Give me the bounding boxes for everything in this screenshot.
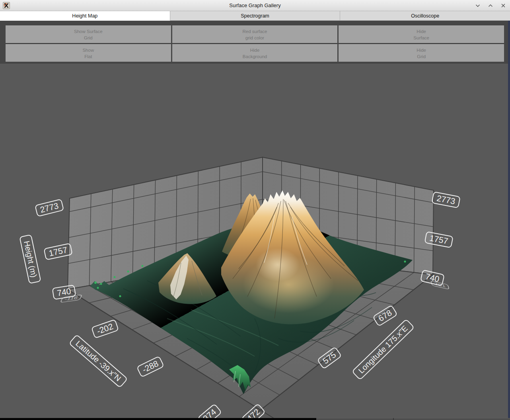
tab-spectrogram[interactable]: Spectrogram — [170, 11, 341, 21]
show-flat-button[interactable]: Show Flat — [6, 44, 171, 62]
surface-3d-viewport[interactable]: 2773 1757 -116 740 2773 1757 781 740 -20… — [0, 64, 508, 418]
desktop-edge-bottom-right — [316, 418, 510, 420]
hide-surface-button[interactable]: Hide Surface — [339, 25, 504, 43]
maximize-button[interactable] — [487, 2, 494, 9]
close-button[interactable] — [500, 2, 507, 9]
surface-grid-color-button[interactable]: Red surface grid color — [172, 25, 338, 43]
x11-app-icon — [3, 2, 10, 9]
window-title: Surface Graph Gallery — [0, 2, 510, 8]
tab-height-map[interactable]: Height Map — [0, 11, 170, 21]
titlebar[interactable]: Surface Graph Gallery — [0, 0, 510, 11]
desktop-edge-bottom-left — [0, 418, 316, 420]
hide-background-button[interactable]: Hide Background — [172, 44, 338, 62]
toolbar: Show Surface Grid Red surface grid color… — [0, 21, 508, 64]
show-surface-grid-button[interactable]: Show Surface Grid — [6, 25, 171, 43]
application-window: Surface Graph Gallery Height Map Spectro… — [0, 0, 510, 420]
tab-oscilloscope[interactable]: Oscilloscope — [340, 11, 510, 21]
hide-grid-button[interactable]: Hide Grid — [339, 44, 504, 62]
desktop-edge-right — [508, 21, 510, 420]
desktop-edge-divider — [393, 418, 394, 420]
tab-bar: Height Map Spectrogram Oscilloscope — [0, 11, 510, 21]
minimize-button[interactable] — [474, 2, 481, 9]
